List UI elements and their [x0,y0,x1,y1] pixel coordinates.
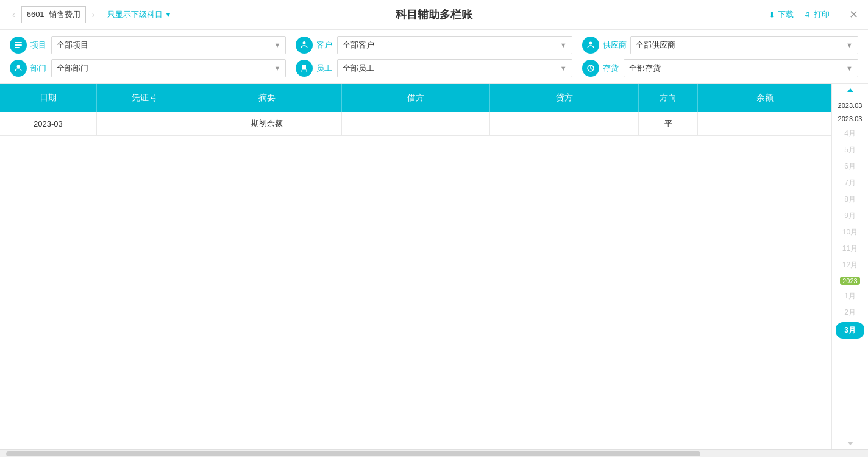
cell-credit [490,112,639,136]
sidebar-month-10[interactable]: 10月 [832,224,868,241]
sidebar-items: 2023.03 2023.03 4月 5月 6月 7月 8月 9月 10月 11… [832,96,868,437]
cell-balance [698,112,831,136]
svg-point-4 [17,65,20,68]
timeline-sidebar: 2023.03 2023.03 4月 5月 6月 7月 8月 9月 10月 11… [831,84,868,449]
svg-rect-0 [15,42,22,43]
sidebar-month-9[interactable]: 9月 [832,208,868,224]
svg-point-3 [589,42,592,45]
show-sub-arrow: ▼ [165,11,172,18]
year-badge-label: 2023 [840,277,859,285]
table-row: 2023-03 期初余额 平 [0,112,831,136]
employee-label: 员工 [316,63,333,74]
page-title: 科目辅助多栏账 [396,7,472,22]
customer-value: 全部客户 [343,40,374,51]
inventory-label: 存货 [603,63,620,74]
table-area: 日期 凭证号 摘要 借方 贷方 方向 余额 2023-03 期初余额 [0,84,831,449]
department-icon [10,60,27,77]
project-filter: 项目 全部项目 ▼ [10,36,286,54]
cell-abstract: 期初余额 [193,112,342,136]
prev-account-arrow[interactable]: ‹ [10,9,18,21]
inventory-arrow: ▼ [846,65,853,72]
supplier-arrow: ▼ [846,41,853,49]
customer-filter: 客户 全部客户 ▼ [296,36,572,54]
col-header-balance: 余额 [698,84,831,112]
sidebar-month-11[interactable]: 11月 [832,241,868,257]
cell-date: 2023-03 [0,112,96,136]
print-label: 打印 [814,9,830,20]
project-label: 项目 [30,40,48,51]
customer-icon [296,37,313,54]
account-name: 销售费用 [49,10,80,19]
sidebar-month-2[interactable]: 2月 [832,305,868,321]
sidebar-month-5[interactable]: 5月 [832,142,868,158]
col-header-voucher: 凭证号 [96,84,193,112]
svg-rect-5 [302,65,306,69]
col-header-abstract: 摘要 [193,84,342,112]
print-icon: 🖨 [803,10,811,19]
show-sub-label: 只显示下级科目 [107,9,163,20]
filter-row-1: 项目 全部项目 ▼ 客户 全部客户 ▼ [10,36,858,54]
sidebar-period-1[interactable]: 2023.03 [832,99,868,112]
download-button[interactable]: ⬇ 下载 [769,9,794,20]
download-label: 下载 [778,9,794,20]
department-value: 全部部门 [57,63,88,74]
project-icon [10,37,27,54]
department-arrow: ▼ [274,65,280,72]
supplier-label: 供应商 [603,40,627,51]
scroll-thumb[interactable] [6,451,700,456]
sidebar-period-2[interactable]: 2023.03 [832,112,868,125]
sidebar-month-1[interactable]: 1月 [832,288,868,305]
col-header-credit: 贷方 [490,84,639,112]
sidebar-down-arrow[interactable] [832,437,868,449]
ledger-table: 日期 凭证号 摘要 借方 贷方 方向 余额 2023-03 期初余额 [0,84,831,136]
close-button[interactable]: ✕ [849,8,858,21]
print-button[interactable]: 🖨 打印 [803,9,830,20]
supplier-icon [582,37,599,54]
employee-value: 全部员工 [343,63,374,74]
col-header-date: 日期 [0,84,96,112]
department-label: 部门 [30,63,48,74]
account-display: 6601 销售费用 [21,6,86,23]
customer-arrow: ▼ [560,41,567,49]
customer-select[interactable]: 全部客户 ▼ [337,36,572,54]
customer-label: 客户 [316,40,333,51]
download-icon: ⬇ [769,10,775,19]
inventory-value: 全部存货 [629,63,661,74]
employee-select[interactable]: 全部员工 ▼ [337,59,572,77]
show-sub-toggle[interactable]: 只显示下级科目 ▼ [107,9,172,20]
sidebar-year-badge[interactable]: 2023 [832,273,868,288]
account-code: 6601 [27,10,44,19]
sidebar-month-4[interactable]: 4月 [832,125,868,142]
svg-rect-2 [15,47,20,48]
project-arrow: ▼ [274,41,280,49]
svg-rect-1 [15,44,22,46]
inventory-icon [582,60,599,77]
project-value: 全部项目 [57,40,88,51]
horizontal-scrollbar[interactable] [0,449,868,457]
sidebar-month-6[interactable]: 6月 [832,158,868,175]
filter-row-2: 部门 全部部门 ▼ 员工 全部员工 ▼ [10,59,858,77]
sidebar-month-8[interactable]: 8月 [832,191,868,208]
employee-filter: 员工 全部员工 ▼ [296,59,572,77]
inventory-filter: 存货 全部存货 ▼ [582,59,858,77]
supplier-value: 全部供应商 [636,40,675,51]
employee-arrow: ▼ [560,65,567,72]
inventory-select[interactable]: 全部存货 ▼ [624,59,858,77]
cell-voucher [96,112,193,136]
employee-icon [296,60,313,77]
cell-direction: 平 [638,112,697,136]
sidebar-month-3-active[interactable]: 3月 [836,322,864,339]
sidebar-month-12[interactable]: 12月 [832,257,868,273]
department-filter: 部门 全部部门 ▼ [10,59,286,77]
project-select[interactable]: 全部项目 ▼ [51,36,286,54]
department-select[interactable]: 全部部门 ▼ [51,59,286,77]
next-account-arrow[interactable]: › [90,9,98,21]
col-header-direction: 方向 [638,84,697,112]
cell-debit [341,112,490,136]
supplier-select[interactable]: 全部供应商 ▼ [630,36,858,54]
col-header-debit: 借方 [341,84,490,112]
sidebar-up-arrow[interactable] [832,84,868,96]
sidebar-month-7[interactable]: 7月 [832,175,868,191]
supplier-filter: 供应商 全部供应商 ▼ [582,36,858,54]
